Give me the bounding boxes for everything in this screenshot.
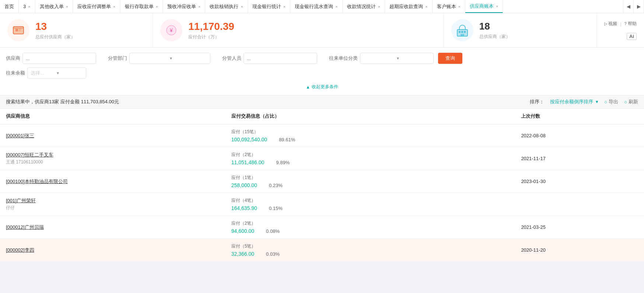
supplier-link-1[interactable]: [000007]恒旺二手叉车 — [6, 152, 220, 158]
supplier-link-3[interactable]: [001]广州荣轩 — [6, 197, 220, 204]
table-body: [000001]张三 应付（15笔） 100,092,540.00 89.61%… — [0, 124, 644, 262]
supplier-link-0[interactable]: [000001]张三 — [6, 132, 220, 139]
filter-supplier: 供应商 — [6, 53, 96, 64]
balance-select[interactable]: 选择... ▾ — [27, 68, 86, 79]
supplier-link-2[interactable]: [000100]本特勤油品有限公司 — [6, 178, 220, 185]
help-link[interactable]: ? 帮助 — [624, 21, 637, 27]
tab-advance-receipt-close[interactable]: × — [198, 4, 200, 9]
table-row: [001]广州荣轩 仔仔 应付（4笔） 164,635.90 0.15% — [0, 193, 644, 216]
balance-arrow-icon: ▾ — [57, 70, 83, 76]
tab-3[interactable]: 3 × — [19, 0, 35, 13]
category-arrow-icon: ▾ — [397, 56, 430, 61]
tab-supplier-book[interactable]: 供应商账本 × — [465, 0, 503, 13]
cell-spacer-3 — [483, 193, 515, 216]
percentage-3: 0.15% — [269, 206, 283, 211]
last-date-4: 2021-03-25 — [521, 224, 546, 230]
amount-value-5[interactable]: 32,366.00 — [231, 251, 254, 257]
refresh-icon: ○ — [624, 99, 627, 105]
refresh-button[interactable]: ○ 刷新 — [624, 99, 638, 105]
cell-spacer-1 — [483, 147, 515, 170]
card-value-1: 13 — [35, 20, 75, 33]
category-select[interactable]: ▾ — [360, 53, 434, 64]
ai-badge[interactable]: Ai — [629, 34, 634, 39]
cell-transaction-3: 应付（4笔） 164,635.90 0.15% — [225, 193, 483, 216]
person-input[interactable] — [244, 53, 317, 64]
tab-advance-receipt[interactable]: 预收冲应收单 × — [163, 0, 205, 13]
tab-home[interactable]: 首页 — [0, 0, 19, 13]
filter-area: 供应商 分管部门 ▾ 分管人员 往来单位分类 ▾ 查询 — [0, 48, 644, 96]
tab-overdue-ar-close[interactable]: × — [425, 4, 427, 9]
amount-value-4[interactable]: 94,600.00 — [231, 228, 254, 234]
export-button[interactable]: ○ 导出 — [604, 99, 618, 105]
col-supplier-info: 供应商信息 — [0, 108, 225, 124]
card-label-3: 总供应商（家） — [479, 34, 510, 40]
cell-supplier-2: [000100]本特勤油品有限公司 — [0, 170, 225, 193]
tab-customer-book[interactable]: 客户账本 × — [433, 0, 465, 13]
amount-value-2[interactable]: 258,000.00 — [231, 182, 257, 188]
table-row: [000007]恒旺二手叉车 王通 17106110000 应付（2笔） 11,… — [0, 147, 644, 170]
tab-receipt-stats-close[interactable]: × — [378, 4, 380, 9]
collapse-up-icon: ▲ — [306, 85, 310, 90]
table-row: [000100]本特勤油品有限公司 应付（1笔） 258,000.00 0.23… — [0, 170, 644, 193]
filter-person: 分管人员 — [222, 53, 317, 64]
export-icon: ○ — [604, 99, 607, 105]
tab-ar-ap-adjust-close[interactable]: × — [113, 4, 115, 9]
filter-row-1: 供应商 分管部门 ▾ 分管人员 往来单位分类 ▾ 查询 — [6, 53, 638, 64]
nav-arrow-right[interactable]: ▶ — [634, 0, 644, 13]
filter-divider: ▲ 收起更多条件 — [6, 82, 638, 92]
col-transaction-info: 应付交易信息（占比） — [225, 108, 483, 124]
last-date-0: 2022-08-08 — [521, 133, 546, 138]
trans-label-5: 应付（5笔） — [231, 243, 477, 249]
tab-customer-book-close[interactable]: × — [458, 4, 461, 9]
tab-3-close[interactable]: × — [28, 4, 30, 9]
cell-last-date-5: 2020-11-20 — [515, 239, 644, 262]
sort-select[interactable]: 按应付余额倒序排序 ▾ — [550, 99, 599, 105]
tab-payment-exec[interactable]: 收款核销执行 × — [205, 0, 248, 13]
cell-supplier-0: [000001]张三 — [0, 124, 225, 147]
supplier-link-5[interactable]: [000002]李四 — [6, 247, 220, 254]
cell-supplier-4: [000012]广州贝瑞 — [0, 216, 225, 239]
tab-cash-stats-close[interactable]: × — [283, 4, 286, 9]
percentage-5: 0.03% — [266, 251, 280, 257]
table-header-row: 供应商信息 应付交易信息（占比） 上次付数 — [0, 108, 644, 124]
cell-supplier-1: [000007]恒旺二手叉车 王通 17106110000 — [0, 147, 225, 170]
tab-ar-ap-adjust[interactable]: 应收应付调整单 × — [73, 0, 120, 13]
supplier-input[interactable] — [22, 53, 96, 64]
amount-value-0[interactable]: 100,092,540.00 — [231, 137, 267, 142]
percentage-2: 0.23% — [269, 183, 283, 188]
tab-bank-deposit[interactable]: 银行存取款单 × — [120, 0, 163, 13]
nav-arrows: ◀ ▶ — [623, 0, 644, 13]
tab-supplier-book-close[interactable]: × — [496, 4, 498, 8]
last-date-2: 2023-01-30 — [521, 179, 546, 184]
summary-icon-2: ¥ — [160, 19, 182, 41]
video-link[interactable]: ▷ 视频 — [604, 21, 617, 27]
tab-bank-deposit-close[interactable]: × — [156, 4, 158, 9]
last-date-1: 2021-11-17 — [521, 156, 546, 161]
tab-receipt-stats[interactable]: 收款情况统计 × — [343, 0, 385, 13]
card-label-1: 总应付供应商（家） — [35, 34, 75, 40]
tab-cash-flow-close[interactable]: × — [335, 4, 337, 9]
amount-value-3[interactable]: 164,635.90 — [231, 205, 257, 211]
tab-other-income[interactable]: 其他收入单 × — [35, 0, 73, 13]
result-actions: 排序： 按应付余额倒序排序 ▾ ○ 导出 ○ 刷新 — [530, 99, 638, 105]
nav-arrow-left[interactable]: ◀ — [623, 0, 634, 13]
amount-value-1[interactable]: 11,051,486.00 — [231, 159, 265, 165]
sort-arrow-icon: ▾ — [596, 99, 598, 104]
tab-other-income-close[interactable]: × — [66, 4, 68, 9]
svg-rect-0 — [13, 27, 24, 34]
tab-cash-stats[interactable]: 现金银行统计 × — [248, 0, 290, 13]
summary-top-right: ▷ 视频 | ? 帮助 Ai — [597, 18, 644, 43]
filter-category-label: 往来单位分类 — [329, 55, 358, 62]
tab-payment-exec-close[interactable]: × — [241, 4, 243, 9]
tab-overdue-ar[interactable]: 超期应收款查询 × — [385, 0, 432, 13]
svg-rect-7 — [459, 31, 461, 33]
collapse-button[interactable]: ▲ 收起更多条件 — [306, 82, 338, 92]
filter-dept: 分管部门 ▾ — [108, 53, 210, 64]
cell-transaction-4: 应付（2笔） 94,600.00 0.08% — [225, 216, 483, 239]
query-button[interactable]: 查询 — [438, 53, 462, 64]
dept-select[interactable]: ▾ — [129, 53, 210, 64]
help-icon: ? — [624, 21, 627, 26]
tab-cash-flow[interactable]: 现金银行流水查询 × — [290, 0, 342, 13]
supplier-link-4[interactable]: [000012]广州贝瑞 — [6, 224, 220, 231]
percentage-4: 0.08% — [266, 228, 280, 234]
